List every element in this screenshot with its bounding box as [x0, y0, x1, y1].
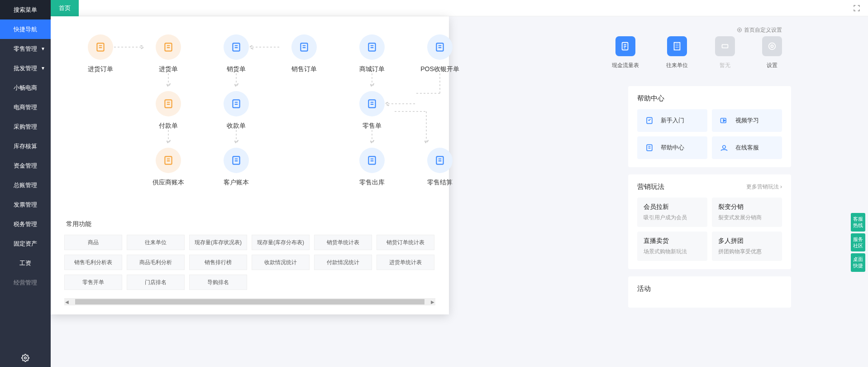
sidebar-item-wholesale[interactable]: 批发管理▼: [0, 58, 51, 78]
shortcut-settings[interactable]: 设置: [762, 36, 782, 69]
flow-icon: [359, 148, 385, 173]
sidebar-item-operation[interactable]: 经营管理: [0, 273, 51, 292]
floater-desktop[interactable]: 桌面快捷: [851, 253, 865, 272]
flow-icon: [359, 34, 385, 60]
flow-label: 零售单: [362, 122, 382, 130]
scroll-left-icon[interactable]: ◀: [64, 299, 70, 304]
sidebar-item-inventory[interactable]: 库存核算: [0, 136, 51, 156]
flow-node-jhdd[interactable]: 进货订单: [78, 34, 123, 73]
common-fn-7[interactable]: 商品毛利分析: [127, 255, 185, 270]
promo-item-1[interactable]: 裂变分销裂变式发展分销商: [712, 198, 782, 227]
horizontal-scrollbar[interactable]: ◀ ▶: [64, 298, 435, 305]
common-fn-14[interactable]: 导购排名: [189, 275, 247, 290]
sidebar-item-salary[interactable]: 工资: [0, 253, 51, 273]
promo-desc: 吸引用户成为会员: [644, 214, 701, 222]
fullscreen-button[interactable]: [850, 1, 863, 15]
common-fn-6[interactable]: 销售毛利分析表: [64, 255, 122, 270]
sidebar: 搜索菜单 快捷导航 零售管理▼ 批发管理▼ 小畅电商 电商管理 采购管理 库存核…: [0, 0, 51, 367]
right-panel: 帮助中心 新手入门 视频学习 帮助中心 在线客服 营销玩法 更多营销玩法 › 会…: [628, 86, 791, 315]
caret-down-icon: ▼: [41, 46, 45, 51]
shortcut-cashflow[interactable]: 现金流量表: [612, 36, 639, 69]
common-fn-12[interactable]: 零售开单: [64, 275, 122, 290]
common-fn-9[interactable]: 收款情况统计: [252, 255, 310, 270]
flow-node-lsd[interactable]: 零售单: [349, 91, 395, 130]
promo-item-0[interactable]: 会员拉新吸引用户成为会员: [637, 198, 707, 227]
common-fn-2[interactable]: 现存量(库存状况表): [189, 235, 247, 250]
help-center[interactable]: 帮助中心: [637, 136, 707, 159]
sidebar-search[interactable]: 搜索菜单: [0, 0, 51, 19]
sidebar-item-ecommerce[interactable]: 电商管理: [0, 97, 51, 117]
common-fn-1[interactable]: 往来单位: [127, 235, 185, 250]
flow-node-fkd[interactable]: 付款单: [146, 91, 191, 130]
help-video[interactable]: 视频学习: [712, 109, 782, 132]
promo-item-3[interactable]: 多人拼团拼团购物享受优惠: [712, 232, 782, 261]
tab-home[interactable]: 首页: [51, 0, 79, 16]
help-label: 在线客服: [735, 144, 759, 152]
quicknav-flyout: 进货订单进货单销货单销售订单商城订单POS收银开单付款单收款单零售单供应商账本客…: [51, 16, 449, 314]
flow-icon: [224, 34, 249, 60]
flow-node-pos[interactable]: POS收银开单: [417, 34, 463, 73]
svg-point-6: [771, 45, 773, 48]
sidebar-item-retail[interactable]: 零售管理▼: [0, 39, 51, 58]
flow-node-lsck[interactable]: 零售出库: [349, 148, 395, 187]
sidebar-item-invoice[interactable]: 发票管理: [0, 195, 51, 214]
common-fn-10[interactable]: 付款情况统计: [314, 255, 372, 270]
common-fn-13[interactable]: 门店排名: [127, 275, 185, 290]
common-fn-4[interactable]: 销货单统计表: [314, 235, 372, 250]
common-functions-grid: 商品往来单位现存量(库存状况表)现存量(库存分布表)销货单统计表销货订单统计表销…: [64, 235, 435, 290]
shortcut-label: 暂无: [720, 62, 730, 69]
cashflow-icon: [615, 36, 635, 56]
common-fn-8[interactable]: 销售排行榜: [189, 255, 247, 270]
building-icon: [667, 36, 687, 56]
activity-title: 活动: [637, 285, 782, 293]
flow-label: 销售订单: [291, 65, 317, 73]
settings-gear-button[interactable]: [0, 349, 51, 367]
help-label: 帮助中心: [661, 144, 684, 152]
common-fn-11[interactable]: 进货单统计表: [377, 255, 434, 270]
flow-node-khzb[interactable]: 客户账本: [214, 148, 259, 187]
common-fn-5[interactable]: 销货订单统计表: [377, 235, 434, 250]
promo-desc: 裂变式发展分销商: [718, 214, 776, 222]
flow-node-scdd[interactable]: 商城订单: [349, 34, 395, 73]
more-marketing-link[interactable]: 更多营销玩法 ›: [746, 183, 782, 191]
common-fn-0[interactable]: 商品: [64, 235, 122, 250]
flow-node-skd[interactable]: 收款单: [214, 91, 259, 130]
sidebar-item-purchase[interactable]: 采购管理: [0, 117, 51, 136]
shortcut-contacts[interactable]: 往来单位: [666, 36, 688, 69]
flow-node-xsdd[interactable]: 销售订单: [281, 34, 327, 73]
flow-icon: [156, 34, 181, 60]
homepage-customize-link[interactable]: 首页自定义设置: [737, 26, 782, 34]
flow-node-xhd[interactable]: 销货单: [214, 34, 259, 73]
sidebar-item-xiaochang[interactable]: 小畅电商: [0, 78, 51, 97]
shortcut-empty[interactable]: 暂无: [715, 36, 735, 69]
flow-icon: [224, 148, 249, 173]
floater-community[interactable]: 服务社区: [851, 233, 865, 252]
help-label: 新手入门: [661, 116, 684, 125]
svg-point-7: [769, 43, 776, 50]
scrollbar-thumb[interactable]: [75, 299, 424, 304]
flow-label: 客户账本: [224, 179, 249, 187]
common-fn-3[interactable]: 现存量(库存分布表): [252, 235, 310, 250]
promo-item-2[interactable]: 直播卖货场景式购物新玩法: [637, 232, 707, 261]
workflow-diagram: 进货订单进货单销货单销售订单商城订单POS收银开单付款单收款单零售单供应商账本客…: [64, 34, 435, 216]
help-label: 视频学习: [735, 116, 759, 125]
flow-node-gys[interactable]: 供应商账本: [146, 148, 191, 187]
flow-node-lsjs[interactable]: 零售结算: [417, 148, 463, 187]
promo-title: 直播卖货: [644, 237, 701, 245]
flow-node-jhd[interactable]: 进货单: [146, 34, 191, 73]
help-newbie[interactable]: 新手入门: [637, 109, 707, 132]
scroll-right-icon[interactable]: ▶: [430, 299, 435, 304]
gear-small-icon: [737, 27, 742, 33]
help-support[interactable]: 在线客服: [712, 136, 782, 159]
flow-label: 零售结算: [427, 179, 453, 187]
svg-rect-4: [674, 43, 680, 50]
promo-desc: 场景式购物新玩法: [644, 248, 701, 256]
sidebar-item-funds[interactable]: 资金管理: [0, 156, 51, 175]
top-shortcut-row: 现金流量表 往来单位 暂无 设置: [612, 36, 782, 69]
sidebar-label: 零售管理: [14, 45, 37, 53]
sidebar-item-ledger[interactable]: 总账管理: [0, 175, 51, 195]
floater-hotline[interactable]: 客服热线: [851, 213, 865, 232]
sidebar-item-tax[interactable]: 税务管理: [0, 214, 51, 234]
sidebar-item-assets[interactable]: 固定资产: [0, 234, 51, 253]
sidebar-item-quicknav[interactable]: 快捷导航: [0, 19, 51, 39]
